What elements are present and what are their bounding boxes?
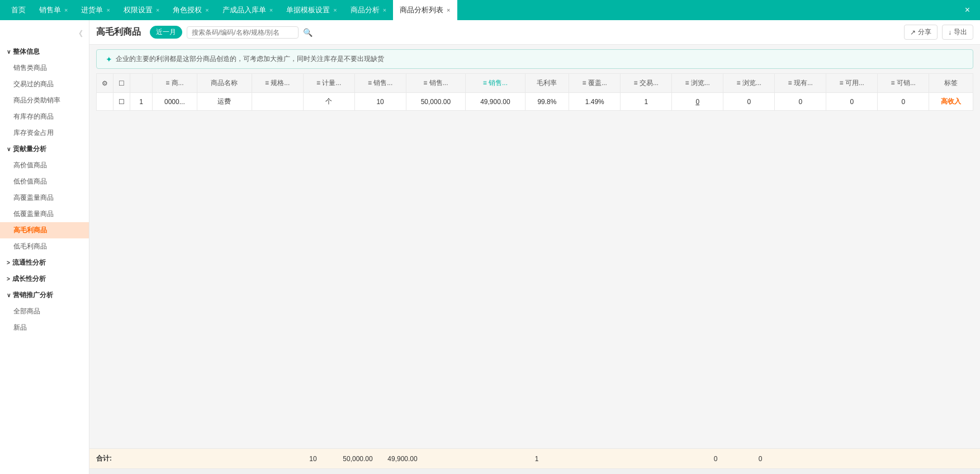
app-close-button[interactable]: × — [959, 5, 976, 15]
table-row: ☐ 1 0000... 运费 个 10 50,000.00 49,900.00 … — [97, 93, 973, 111]
sidebar-group-marketing: ∨ 营销推广分析 全部商品 新品 — [0, 287, 89, 336]
nav-product-analysis-list[interactable]: 商品分析列表 × — [393, 0, 457, 20]
cell-current-stock: 0 — [775, 93, 826, 111]
cell-saleable: 0 — [878, 93, 929, 111]
page-title: 高毛利商品 — [96, 26, 141, 38]
col-header-sales-qty[interactable]: ≡ 销售... — [354, 74, 406, 93]
close-product-analysis-list[interactable]: × — [447, 7, 450, 13]
sidebar-item-high-margin[interactable]: 高毛利商品 — [0, 222, 89, 238]
export-button[interactable]: ↓ 导出 — [942, 25, 973, 40]
cell-sales-qty: 10 — [354, 93, 406, 111]
col-header-saleable[interactable]: ≡ 可销... — [878, 74, 929, 93]
col-header-name[interactable]: 商品名称 — [197, 74, 252, 93]
sidebar-collapse-button[interactable]: 《 — [73, 27, 84, 41]
cell-settings — [97, 93, 113, 111]
sidebar-group-overall: ∨ 整体信息 销售类商品 交易过的商品 商品分类助销率 有库存的商品 库存资金占… — [0, 44, 89, 141]
table-wrapper[interactable]: ⚙ ☐ ≡ 商... 商品名称 ≡ 规格... ≡ 计量... ≡ 销售... … — [89, 73, 980, 448]
cell-spec — [252, 93, 303, 111]
nav-purchase-order[interactable]: 进货单 × — [74, 0, 116, 20]
col-header-gross-margin[interactable]: 毛利率 — [525, 74, 569, 93]
close-sales-order[interactable]: × — [64, 7, 68, 13]
cell-coverage: 1.49% — [569, 93, 621, 111]
close-template-settings[interactable]: × — [333, 7, 337, 13]
cell-num: 1 — [130, 93, 153, 111]
nav-product-analysis[interactable]: 商品分析 × — [344, 0, 393, 20]
nav-template-settings[interactable]: 单据模板设置 × — [280, 0, 343, 20]
col-header-check[interactable]: ☐ — [113, 74, 130, 93]
nav-role-auth[interactable]: 角色授权 × — [166, 0, 215, 20]
summary-transaction: 1 — [514, 455, 559, 463]
close-finished-product[interactable]: × — [269, 7, 273, 13]
close-purchase-order[interactable]: × — [106, 7, 110, 13]
sidebar-item-high-coverage[interactable]: 高覆盖量商品 — [0, 190, 89, 206]
sidebar-group-growth-title[interactable]: > 成长性分析 — [0, 271, 89, 287]
horizontal-scrollbar[interactable] — [89, 468, 980, 474]
chevron-down-icon: ∨ — [7, 292, 11, 298]
close-permission-settings[interactable]: × — [156, 7, 159, 13]
sidebar-group-growth: > 成长性分析 — [0, 271, 89, 287]
info-banner: ✦ 企业的主要的利润都是这部分商品创造的，可考虑加大推广，同时关注库存是不要出现… — [96, 49, 973, 69]
cell-code: 0000... — [153, 93, 197, 111]
sidebar-item-low-coverage[interactable]: 低覆盖量商品 — [0, 206, 89, 222]
col-header-spec[interactable]: ≡ 规格... — [252, 74, 303, 93]
sidebar-item-category-assist[interactable]: 商品分类助销率 — [0, 92, 89, 109]
col-header-browse1[interactable]: ≡ 浏览... — [672, 74, 723, 93]
sidebar-group-marketing-title[interactable]: ∨ 营销推广分析 — [0, 287, 89, 303]
sidebar-item-traded-goods[interactable]: 交易过的商品 — [0, 76, 89, 92]
period-recent-month-button[interactable]: 近一月 — [150, 26, 182, 39]
sidebar-group-overall-title[interactable]: ∨ 整体信息 — [0, 44, 89, 60]
cell-tag: 高收入 — [929, 93, 973, 111]
col-header-unit[interactable]: ≡ 计量... — [303, 74, 354, 93]
summary-sales-qty: 10 — [291, 455, 335, 463]
nav-home[interactable]: 首页 — [4, 0, 32, 20]
col-header-num — [130, 74, 153, 93]
search-button[interactable]: 🔍 — [303, 28, 313, 37]
summary-sales-amount: 50,000.00 — [335, 455, 380, 463]
col-header-available[interactable]: ≡ 可用... — [826, 74, 878, 93]
nav-sales-order[interactable]: 销售单 × — [32, 0, 74, 20]
sidebar-item-high-value[interactable]: 高价值商品 — [0, 157, 89, 173]
info-icon: ✦ — [106, 55, 112, 64]
col-header-tag[interactable]: 标签 — [929, 74, 973, 93]
sidebar-item-new-goods[interactable]: 新品 — [0, 320, 89, 336]
sidebar-group-contribution-title[interactable]: ∨ 贡献量分析 — [0, 141, 89, 157]
col-header-transaction[interactable]: ≡ 交易... — [621, 74, 672, 93]
cell-gross-margin: 99.8% — [525, 93, 569, 111]
cell-check[interactable]: ☐ — [113, 93, 130, 111]
cell-sales-profit: 49,900.00 — [466, 93, 525, 111]
summary-values: 10 50,000.00 49,900.00 1 0 0 — [134, 455, 973, 463]
summary-sales-profit: 49,900.00 — [380, 455, 425, 463]
col-header-coverage[interactable]: ≡ 覆盖... — [569, 74, 621, 93]
sidebar: 《 ∨ 整体信息 销售类商品 交易过的商品 商品分类助销率 有库存的商品 库存资… — [0, 20, 89, 474]
sidebar-item-low-value[interactable]: 低价值商品 — [0, 173, 89, 190]
close-role-auth[interactable]: × — [205, 7, 209, 13]
col-header-sales-profit[interactable]: ≡ 销售... — [466, 74, 525, 93]
col-header-current-stock[interactable]: ≡ 现有... — [775, 74, 826, 93]
sidebar-item-low-margin[interactable]: 低毛利商品 — [0, 238, 89, 255]
cell-available: 0 — [826, 93, 878, 111]
sidebar-item-all-goods[interactable]: 全部商品 — [0, 303, 89, 320]
close-product-analysis[interactable]: × — [383, 7, 386, 13]
sidebar-item-inventory-funds[interactable]: 库存资金占用 — [0, 125, 89, 141]
col-header-code[interactable]: ≡ 商... — [153, 74, 197, 93]
sidebar-item-stocked-goods[interactable]: 有库存的商品 — [0, 109, 89, 125]
nav-permission-settings[interactable]: 权限设置 × — [117, 0, 166, 20]
cell-unit: 个 — [303, 93, 354, 111]
top-navigation: 首页 销售单 × 进货单 × 权限设置 × 角色授权 × 产成品入库单 × 单据… — [0, 0, 980, 20]
col-header-sales-amount[interactable]: ≡ 销售... — [406, 74, 466, 93]
col-header-browse2[interactable]: ≡ 浏览... — [723, 74, 775, 93]
cell-browse1[interactable]: 0 — [672, 93, 723, 111]
sidebar-item-sales-goods[interactable]: 销售类商品 — [0, 60, 89, 76]
summary-label: 合计: — [96, 454, 112, 463]
col-header-settings[interactable]: ⚙ — [97, 74, 113, 93]
sidebar-group-liquidity-title[interactable]: > 流通性分析 — [0, 255, 89, 271]
export-icon: ↓ — [948, 29, 951, 36]
footer-summary: 合计: 10 50,000.00 49,900.00 1 0 0 — [89, 448, 980, 468]
table-header-row: ⚙ ☐ ≡ 商... 商品名称 ≡ 规格... ≡ 计量... ≡ 销售... … — [97, 74, 973, 93]
content-header: 高毛利商品 近一月 🔍 ↗ 分享 ↓ 导出 — [89, 20, 980, 45]
share-button[interactable]: ↗ 分享 — [904, 25, 938, 40]
search-input[interactable] — [187, 26, 299, 39]
nav-finished-product[interactable]: 产成品入库单 × — [216, 0, 280, 20]
share-icon: ↗ — [910, 29, 916, 36]
chevron-right-icon: > — [7, 260, 10, 266]
